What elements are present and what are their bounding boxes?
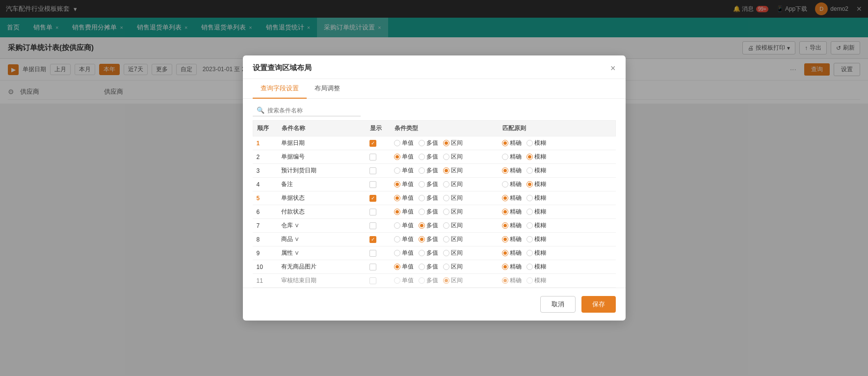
modal-overlay: 设置查询区域布局 × 查询字段设置 布局调整 🔍 顺序 条件名称: [0, 0, 868, 104]
modal-title: 设置查询区域布局: [253, 63, 312, 73]
modal-header: 设置查询区域布局 ×: [243, 55, 626, 79]
modal-tabs: 查询字段设置 布局调整: [243, 79, 626, 99]
tab-query-fields[interactable]: 查询字段设置: [253, 79, 307, 99]
settings-modal: 设置查询区域布局 × 查询字段设置 布局调整 🔍 顺序 条件名称: [243, 55, 626, 104]
modal-search-area: 🔍: [243, 99, 626, 104]
modal-close-button[interactable]: ×: [610, 64, 616, 73]
tab-layout-adjust[interactable]: 布局调整: [307, 79, 348, 99]
